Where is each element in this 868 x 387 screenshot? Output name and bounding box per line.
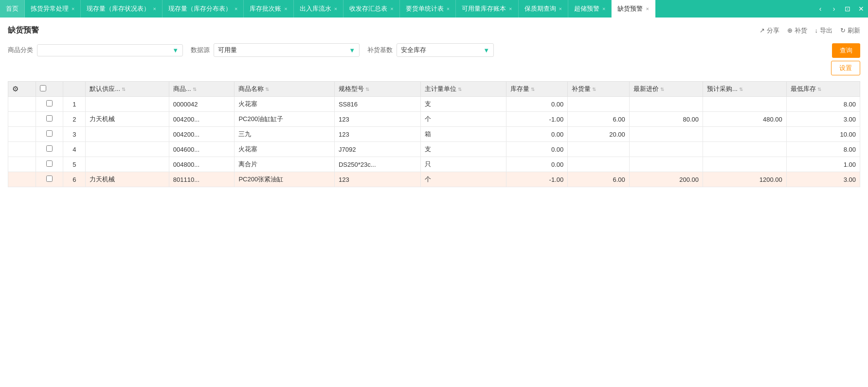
- tab-close-batch-account[interactable]: ×: [284, 6, 287, 12]
- tab-label-inout-flow: 出入库流水: [300, 4, 331, 13]
- sort-stock_qty[interactable]: 库存量⇅: [510, 85, 535, 93]
- col-header-min_stock[interactable]: 最低库存⇅: [786, 82, 860, 97]
- sort-est_purchase[interactable]: 预计采购...⇅: [707, 85, 743, 93]
- tab-close-btn[interactable]: ✕: [854, 0, 868, 18]
- tab-exception[interactable]: 拣货异常处理×: [25, 0, 81, 18]
- tab-close-expiry-query[interactable]: ×: [559, 6, 562, 12]
- share-label: 分享: [767, 26, 779, 35]
- replenish-base-select[interactable]: 安全库存 ▼: [397, 43, 494, 57]
- cell-min_stock: 1.00: [786, 157, 860, 172]
- sort-min_stock[interactable]: 最低库存⇅: [791, 85, 821, 93]
- category-select[interactable]: ▼: [37, 44, 183, 56]
- query-button[interactable]: 查询: [832, 43, 860, 58]
- cell-checkbox[interactable]: [36, 142, 63, 157]
- tab-close-order-stat[interactable]: ×: [447, 6, 450, 12]
- row-checkbox[interactable]: [46, 130, 53, 137]
- sort-product_code[interactable]: 商品...⇅: [173, 85, 197, 93]
- export-label: 导出: [820, 26, 832, 35]
- tab-stock-dist[interactable]: 现存量（库存分布表）×: [163, 0, 244, 18]
- tab-expiry-query[interactable]: 保质期查询×: [519, 0, 568, 18]
- sort-replenish_qty[interactable]: 补货量⇅: [572, 85, 596, 93]
- tab-shortage-warning[interactable]: 缺货预警×: [612, 0, 655, 18]
- col-header-num: [63, 82, 86, 97]
- cell-unit: 支: [420, 97, 506, 112]
- tab-close-stock-status[interactable]: ×: [153, 6, 156, 12]
- export-btn[interactable]: ↓ 导出: [815, 26, 833, 35]
- table-row: 10000042火花塞SS816支0.008.00: [8, 97, 860, 112]
- category-arrow: ▼: [172, 47, 179, 54]
- tab-close-receive-summary[interactable]: ×: [390, 6, 393, 12]
- main-content: 缺货预警 ↗ 分享 ⊕ 补货 ↓ 导出 ↻ 刷新 商品分类: [0, 18, 868, 387]
- tab-order-stat[interactable]: 要货单统计表×: [400, 0, 456, 18]
- replenish-base-value: 安全库存: [401, 46, 426, 54]
- share-icon: ↗: [760, 27, 765, 34]
- page-header: 缺货预警 ↗ 分享 ⊕ 补货 ↓ 导出 ↻ 刷新: [8, 25, 860, 35]
- tab-close-stock-dist[interactable]: ×: [235, 6, 237, 12]
- cell-checkbox[interactable]: [36, 157, 63, 172]
- tab-close-inout-flow[interactable]: ×: [334, 6, 337, 12]
- header-actions: ↗ 分享 ⊕ 补货 ↓ 导出 ↻ 刷新: [760, 26, 861, 35]
- tab-next-btn[interactable]: ›: [827, 0, 841, 18]
- col-header-stock_qty[interactable]: 库存量⇅: [506, 82, 568, 97]
- cell-default_supplier: 力天机械: [86, 172, 169, 187]
- tab-home[interactable]: 首页: [0, 0, 25, 18]
- cell-replenish_qty: [568, 97, 630, 112]
- col-header-latest_price[interactable]: 最新进价⇅: [629, 82, 703, 97]
- tab-receive-summary[interactable]: 收发存汇总表×: [344, 0, 399, 18]
- datasource-arrow: ▼: [349, 47, 355, 54]
- col-header-default_supplier[interactable]: 默认供应...⇅: [86, 82, 169, 97]
- select-all-checkbox[interactable]: [40, 85, 46, 91]
- replenish-base-label: 补货基数: [367, 46, 393, 54]
- cell-checkbox[interactable]: [36, 97, 63, 112]
- datasource-select[interactable]: 可用量 ▼: [214, 43, 360, 57]
- cell-spec: 123: [334, 127, 420, 142]
- replenish-icon: ⊕: [787, 27, 793, 34]
- tab-inout-flow[interactable]: 出入库流水×: [294, 0, 344, 18]
- tab-close-available-ledger[interactable]: ×: [509, 6, 512, 12]
- row-checkbox[interactable]: [46, 160, 53, 167]
- cell-est_purchase: [703, 142, 787, 157]
- sort-product_name[interactable]: 商品名称⇅: [238, 85, 269, 93]
- row-checkbox[interactable]: [46, 115, 53, 122]
- cell-checkbox[interactable]: [36, 172, 63, 187]
- sort-default_supplier[interactable]: 默认供应...⇅: [90, 85, 126, 93]
- cell-stock_qty: -1.00: [506, 172, 568, 187]
- col-header-est_purchase[interactable]: 预计采购...⇅: [703, 82, 787, 97]
- cell-unit: 支: [420, 142, 506, 157]
- cell-spec: 123: [334, 112, 420, 127]
- share-btn[interactable]: ↗ 分享: [760, 26, 779, 35]
- col-header-product_code[interactable]: 商品...⇅: [169, 82, 235, 97]
- col-header-spec[interactable]: 规格型号⇅: [334, 82, 420, 97]
- settings-gear-icon[interactable]: ⚙: [12, 85, 18, 93]
- tab-close-shortage-warning[interactable]: ×: [646, 6, 649, 12]
- setting-button[interactable]: 设置: [831, 61, 860, 75]
- cell-latest_price: 80.00: [629, 112, 703, 127]
- col-header-unit[interactable]: 主计量单位⇅: [420, 82, 506, 97]
- tab-available-ledger[interactable]: 可用量库存账本×: [456, 0, 518, 18]
- col-header-product_name[interactable]: 商品名称⇅: [235, 82, 335, 97]
- tab-close-overstock-warning[interactable]: ×: [602, 6, 605, 12]
- page-title: 缺货预警: [8, 25, 39, 35]
- tab-restore-btn[interactable]: ⊡: [841, 0, 854, 18]
- row-checkbox[interactable]: [46, 145, 53, 152]
- row-checkbox[interactable]: [46, 176, 53, 182]
- category-filter: 商品分类 ▼: [8, 44, 183, 56]
- cell-stock_qty: 0.00: [506, 142, 568, 157]
- tab-batch-account[interactable]: 库存批次账×: [244, 0, 293, 18]
- replenish-btn[interactable]: ⊕ 补货: [787, 26, 807, 35]
- tab-prev-btn[interactable]: ‹: [814, 0, 827, 18]
- sort-latest_price[interactable]: 最新进价⇅: [633, 85, 664, 93]
- filter-groups: 商品分类 ▼ 数据源 可用量 ▼ 补货基数 安全库存 ▼: [8, 43, 831, 57]
- tab-overstock-warning[interactable]: 超储预警×: [568, 0, 612, 18]
- refresh-btn[interactable]: ↻ 刷新: [840, 26, 860, 35]
- sort-spec[interactable]: 规格型号⇅: [339, 85, 369, 93]
- cell-checkbox[interactable]: [36, 112, 63, 127]
- cell-checkbox[interactable]: [36, 127, 63, 142]
- tab-stock-status[interactable]: 现存量（库存状况表）×: [81, 0, 162, 18]
- tab-label-exception: 拣货异常处理: [31, 4, 69, 13]
- sort-unit[interactable]: 主计量单位⇅: [425, 85, 462, 93]
- col-header-replenish_qty[interactable]: 补货量⇅: [568, 82, 630, 97]
- cell-stock_qty: 0.00: [506, 157, 568, 172]
- row-checkbox[interactable]: [46, 100, 53, 106]
- tab-close-exception[interactable]: ×: [72, 6, 74, 12]
